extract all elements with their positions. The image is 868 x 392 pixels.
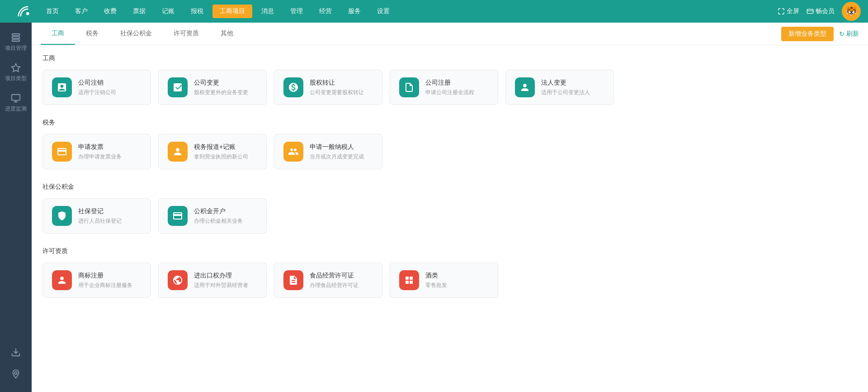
card-name-trademark: 商标注册	[78, 272, 132, 280]
refresh-icon: ↻	[839, 30, 844, 38]
card-name-food-license: 食品经营许可证	[310, 272, 359, 280]
section-title-xuke: 许可资质	[42, 247, 857, 255]
card-info-company-cancel: 公司注销 适用于注销公司	[78, 79, 116, 96]
nav-item-home[interactable]: 首页	[39, 5, 66, 18]
card-social-insurance[interactable]: 社保登记 进行人员社保登记	[42, 198, 151, 234]
card-desc-apply-general-taxpayer: 当月或次月成变更完成	[310, 153, 364, 161]
tab-shebao[interactable]: 社保公积金	[109, 23, 163, 45]
card-desc-apply-invoice: 办理申请发票业务	[78, 153, 122, 161]
section-gongshang: 工商 公司注销 适用于注销公司	[42, 54, 857, 105]
card-info-legal-person-change: 法人变更 适用于公司变更法人	[541, 79, 590, 96]
card-icon-alcohol	[399, 270, 419, 290]
card-info-tax-report-accounting: 税务报道+记账 拿到营业执照的新公司	[194, 143, 248, 161]
nav-item-client[interactable]: 客户	[68, 5, 95, 18]
fullscreen-button[interactable]: 全屏	[778, 7, 799, 15]
card-desc-equity-transfer: 公司变更需要股权转让	[310, 89, 364, 96]
svg-point-0	[26, 12, 29, 15]
card-grid-xuke: 商标注册 用于企业商标注册服务 进出口权办理 适用于对外贸易经营者	[42, 263, 857, 298]
nav-item-manage[interactable]: 管理	[283, 5, 310, 18]
card-icon-provident-fund	[168, 206, 188, 226]
card-name-equity-transfer: 股权转让	[310, 79, 364, 87]
card-legal-person-change[interactable]: 法人变更 适用于公司变更法人	[505, 70, 614, 105]
card-desc-tax-report-accounting: 拿到营业执照的新公司	[194, 153, 248, 161]
tab-xuke[interactable]: 许可资质	[163, 23, 210, 45]
svg-rect-10	[410, 277, 413, 280]
tab-shuiwu[interactable]: 税务	[75, 23, 109, 45]
card-desc-provident-fund: 办理公积金相关业务	[194, 217, 243, 225]
card-name-legal-person-change: 法人变更	[541, 79, 590, 87]
tab-bar-actions: 新增业务类型 ↻ 刷新	[781, 27, 859, 41]
card-name-alcohol: 酒类	[425, 272, 447, 280]
card-grid-gongshang: 公司注销 适用于注销公司 公司变更 股权变更外的业务变更	[42, 70, 857, 105]
card-icon-trademark	[52, 270, 72, 290]
card-import-export[interactable]: 进出口权办理 适用于对外贸易经营者	[158, 263, 267, 298]
tab-bar: 工商 税务 社保公积金 许可资质 其他 新增业务类型 ↻ 刷新	[32, 23, 868, 45]
scroll-content[interactable]: 工商 公司注销 适用于注销公司	[32, 45, 868, 392]
card-grid-shuiwu: 申请发票 办理申请发票业务 税务报道+记账 拿到营业执照的新公司	[42, 134, 857, 169]
card-desc-company-change: 股权变更外的业务变更	[194, 89, 248, 96]
mascot-icon: 🐯	[842, 2, 861, 21]
svg-point-8	[14, 372, 17, 374]
card-icon-legal-person-change	[515, 77, 535, 97]
tab-gongshang[interactable]: 工商	[41, 23, 75, 45]
card-icon-company-cancel	[52, 77, 72, 97]
nav-item-operation[interactable]: 经营	[312, 5, 339, 18]
sidebar: 项目管理 项目类型 进度监测	[0, 23, 32, 392]
card-icon-apply-general-taxpayer	[283, 142, 303, 162]
section-title-shuiwu: 税务	[42, 119, 857, 127]
section-title-gongshang: 工商	[42, 54, 857, 62]
card-company-cancel[interactable]: 公司注销 适用于注销公司	[42, 70, 151, 105]
card-tax-report-accounting[interactable]: 税务报道+记账 拿到营业执照的新公司	[158, 134, 267, 169]
card-info-social-insurance: 社保登记 进行人员社保登记	[78, 207, 122, 225]
nav-item-settings[interactable]: 设置	[370, 5, 397, 18]
card-name-apply-general-taxpayer: 申请一般纳税人	[310, 143, 364, 151]
tab-other[interactable]: 其他	[210, 23, 244, 45]
card-name-apply-invoice: 申请发票	[78, 143, 122, 151]
card-desc-trademark: 用于企业商标注册服务	[78, 282, 132, 289]
card-apply-invoice[interactable]: 申请发票 办理申请发票业务	[42, 134, 151, 169]
card-food-license[interactable]: 食品经营许可证 办理食品经营许可证	[274, 263, 382, 298]
card-info-trademark: 商标注册 用于企业商标注册服务	[78, 272, 132, 289]
new-type-button[interactable]: 新增业务类型	[781, 27, 834, 41]
location-icon[interactable]	[7, 365, 25, 383]
nav-item-bill[interactable]: 票据	[126, 5, 153, 18]
sidebar-item-project-management[interactable]: 项目管理	[0, 27, 32, 57]
card-alcohol[interactable]: 酒类 零售批发	[390, 263, 498, 298]
card-company-register[interactable]: 公司注册 申请公司注册全流程	[390, 70, 498, 105]
svg-rect-6	[12, 95, 20, 100]
nav-item-accounting[interactable]: 记账	[155, 5, 182, 18]
nav-item-fee[interactable]: 收费	[97, 5, 124, 18]
card-info-provident-fund: 公积金开户 办理公积金相关业务	[194, 207, 243, 225]
sidebar-item-progress-monitor[interactable]: 进度监测	[0, 88, 32, 118]
section-title-shebao: 社保公积金	[42, 183, 857, 191]
card-name-company-change: 公司变更	[194, 79, 248, 87]
sidebar-item-project-type[interactable]: 项目类型	[0, 57, 32, 88]
card-icon-social-insurance	[52, 206, 72, 226]
nav-item-service[interactable]: 服务	[341, 5, 368, 18]
vip-button[interactable]: 畅会员	[807, 7, 835, 15]
card-icon-apply-invoice	[52, 142, 72, 162]
svg-rect-9	[406, 277, 409, 280]
card-company-change[interactable]: 公司变更 股权变更外的业务变更	[158, 70, 267, 105]
svg-rect-12	[410, 281, 413, 284]
svg-rect-2	[12, 34, 20, 36]
card-name-company-cancel: 公司注销	[78, 79, 116, 87]
card-desc-social-insurance: 进行人员社保登记	[78, 217, 122, 225]
refresh-button[interactable]: ↻ 刷新	[839, 30, 859, 38]
card-info-apply-invoice: 申请发票 办理申请发票业务	[78, 143, 122, 161]
nav-item-message[interactable]: 消息	[254, 5, 281, 18]
card-desc-company-register: 申请公司注册全流程	[425, 89, 474, 96]
card-trademark[interactable]: 商标注册 用于企业商标注册服务	[42, 263, 151, 298]
nav-item-tax[interactable]: 报税	[184, 5, 211, 18]
card-apply-general-taxpayer[interactable]: 申请一般纳税人 当月或次月成变更完成	[274, 134, 382, 169]
download-icon[interactable]	[7, 343, 25, 361]
card-grid-shebao: 社保登记 进行人员社保登记 公积金开户 办理公积金相关业务	[42, 198, 857, 234]
nav-item-business[interactable]: 工商项目	[212, 5, 252, 18]
card-desc-alcohol: 零售批发	[425, 282, 447, 289]
card-equity-transfer[interactable]: 股权转让 公司变更需要股权转让	[274, 70, 382, 105]
card-provident-fund[interactable]: 公积金开户 办理公积金相关业务	[158, 198, 267, 234]
vip-label: 畅会员	[816, 7, 835, 15]
svg-rect-4	[12, 40, 20, 42]
card-name-social-insurance: 社保登记	[78, 207, 122, 215]
card-name-company-register: 公司注册	[425, 79, 474, 87]
